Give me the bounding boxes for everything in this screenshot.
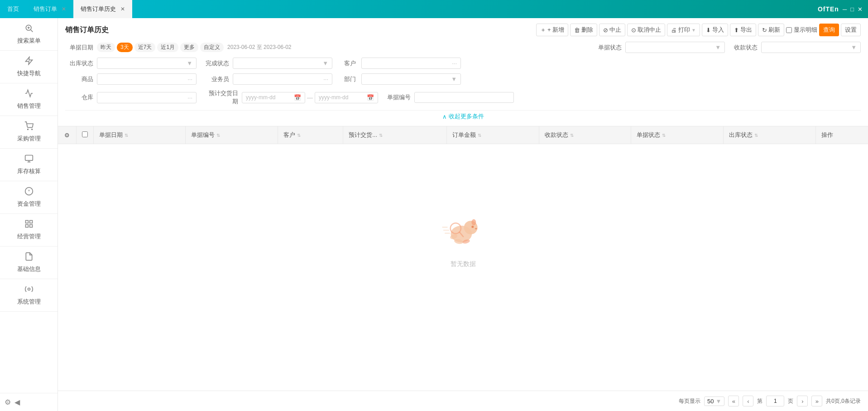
tab-sales-order[interactable]: 销售订单 ✕ [26, 0, 73, 18]
display-detail-checkbox[interactable] [786, 27, 792, 33]
display-detail-text: 显示明细 [794, 26, 817, 34]
th-order-no[interactable]: 单据编号 ⇅ [186, 126, 278, 144]
svg-rect-13 [25, 221, 28, 223]
tab-sales-order-history[interactable]: 销售订单历史 ✕ [73, 0, 132, 18]
dept-select[interactable]: ▼ [361, 73, 461, 85]
sales-person-dots: ··· [323, 76, 328, 82]
page-title-row: 销售订单历史 ＋ + 新增 🗑 删除 ⊘ 中止 ⊙ [65, 24, 861, 36]
delete-btn[interactable]: 🗑 删除 [570, 24, 597, 36]
th-date[interactable]: 单据日期 ⇅ [93, 126, 186, 144]
sidebar-item-search-menu-label: 搜索菜单 [17, 37, 41, 45]
sidebar-item-quick-nav[interactable]: 快捷导航 [0, 51, 58, 83]
product-dots: ··· [187, 76, 192, 82]
stop-icon: ⊘ [603, 27, 608, 34]
th-receipt-status[interactable]: 收款状态 ⇅ [539, 126, 631, 144]
stop-btn[interactable]: ⊘ 中止 [599, 24, 625, 36]
window-max-btn[interactable]: □ [850, 6, 854, 13]
sidebar-item-ops-mgmt-label: 经营管理 [17, 232, 41, 241]
date-pill-custom[interactable]: 自定义 [200, 43, 224, 52]
sales-person-input[interactable]: ··· [233, 73, 332, 85]
date-pill-1month[interactable]: 近1月 [157, 43, 178, 52]
expected-delivery-start[interactable]: yyyy-mm-dd 📅 [242, 92, 305, 103]
tab-sales-order-history-close[interactable]: ✕ [120, 6, 125, 12]
tab-sales-order-close[interactable]: ✕ [62, 6, 66, 12]
sidebar-item-search-menu[interactable]: 搜索菜单 [0, 18, 58, 51]
customer-label: 客户 [341, 59, 360, 68]
expected-delivery-end[interactable]: yyyy-mm-dd 📅 [315, 92, 378, 103]
product-input[interactable]: ··· [97, 73, 197, 85]
th-expected-delivery[interactable]: 预计交货... ⇅ [343, 126, 447, 144]
th-date-sort-icon: ⇅ [125, 133, 128, 138]
export-icon: ⬆ [734, 27, 739, 34]
collapse-row[interactable]: ∧ 收起更多条件 [65, 110, 861, 122]
complete-status-select[interactable]: ▼ [233, 58, 332, 69]
select-all-checkbox[interactable] [82, 131, 88, 137]
date-pill-3days[interactable]: 3天 [117, 43, 133, 52]
sidebar-item-sales-mgmt[interactable]: 销售管理 [0, 83, 58, 116]
order-no-label: 单据编号 [387, 93, 414, 102]
tab-home[interactable]: 首页 [0, 0, 26, 18]
page-prev-btn[interactable]: ‹ [743, 396, 753, 406]
sidebar-item-inventory-calc[interactable]: 库存核算 [0, 149, 58, 181]
settings-btn[interactable]: 设置 [841, 24, 861, 36]
page-last-btn[interactable]: » [811, 396, 822, 406]
page-num-input[interactable] [766, 396, 784, 406]
table-body: 暂无数据 [58, 144, 868, 332]
product-label: 商品 [65, 75, 97, 83]
warehouse-input[interactable]: ··· [97, 92, 197, 103]
page-next-btn[interactable]: › [797, 396, 808, 406]
order-no-input[interactable] [414, 92, 514, 103]
sidebar-collapse-btn[interactable]: ◀ [14, 398, 20, 406]
page-first-btn[interactable]: « [728, 396, 739, 406]
query-btn[interactable]: 查询 [819, 24, 839, 36]
window-min-btn[interactable]: ─ [843, 6, 847, 13]
page-label: 页 [788, 397, 793, 405]
system-mgmt-icon [24, 285, 34, 296]
print-btn[interactable]: 🖨 打印 ▼ [667, 24, 700, 36]
import-btn[interactable]: ⬇ 导入 [702, 24, 728, 36]
receipt-status-label: 收款状态 [734, 44, 761, 52]
th-customer[interactable]: 客户 ⇅ [278, 126, 343, 144]
sales-mgmt-icon [24, 89, 34, 100]
page-first-icon: « [732, 398, 735, 405]
th-expected-delivery-label: 预计交货... [349, 131, 377, 139]
th-order-status[interactable]: 单据状态 ⇅ [631, 126, 724, 144]
window-close-btn[interactable]: ✕ [858, 6, 863, 13]
print-btn-label: 打印 [678, 26, 690, 34]
order-status-select[interactable]: ▼ [625, 42, 725, 53]
export-btn[interactable]: ⬆ 导出 [730, 24, 756, 36]
th-settings[interactable]: ⚙ [58, 126, 76, 144]
svg-rect-7 [25, 155, 33, 161]
refresh-btn[interactable]: ↻ 刷新 [758, 24, 784, 36]
th-out-status[interactable]: 出库状态 ⇅ [724, 126, 816, 144]
tab-home-label: 首页 [7, 5, 19, 13]
purchase-mgmt-icon [24, 121, 34, 133]
delete-icon: 🗑 [574, 27, 580, 34]
sidebar-item-basic-info-label: 基础信息 [17, 265, 41, 273]
sidebar-item-basic-info[interactable]: 基础信息 [0, 247, 58, 279]
table-settings-icon[interactable]: ⚙ [64, 132, 70, 139]
customer-input[interactable]: ··· [361, 58, 461, 69]
sidebar-settings-btn[interactable]: ⚙ [5, 398, 11, 406]
page-size-select[interactable]: 50 ▼ [704, 396, 724, 406]
page-size-chevron: ▼ [715, 398, 721, 405]
sidebar-item-capital-mgmt[interactable]: 资金管理 [0, 181, 58, 214]
date-pill-more[interactable]: 更多 [180, 43, 198, 52]
out-status-label: 出库状态 [65, 59, 97, 68]
cancel-stop-btn[interactable]: ⊙ 取消中止 [627, 24, 665, 36]
receipt-status-select[interactable]: ▼ [761, 42, 861, 53]
date-pill-today[interactable]: 昨天 [97, 43, 115, 52]
page-size-label: 每页显示 [679, 397, 700, 405]
th-checkbox[interactable] [76, 126, 93, 144]
th-expected-delivery-sort-icon: ⇅ [379, 133, 383, 138]
display-detail-label[interactable]: 显示明细 [786, 26, 817, 34]
sidebar-item-system-mgmt[interactable]: 系统管理 [0, 279, 58, 312]
sidebar-item-purchase-mgmt[interactable]: 采购管理 [0, 116, 58, 149]
out-status-select[interactable]: ▼ [97, 58, 197, 69]
new-btn[interactable]: ＋ + 新增 [536, 24, 568, 36]
sidebar-item-ops-mgmt[interactable]: 经营管理 [0, 214, 58, 247]
th-amount[interactable]: 订单金额 ⇅ [446, 126, 539, 144]
filter-row-1: 单据日期 昨天 3天 近7天 近1月 更多 自定义 2023-06-02 至 2… [65, 42, 861, 53]
date-pill-7days[interactable]: 近7天 [134, 43, 156, 52]
th-operations: 操作 [815, 126, 868, 144]
